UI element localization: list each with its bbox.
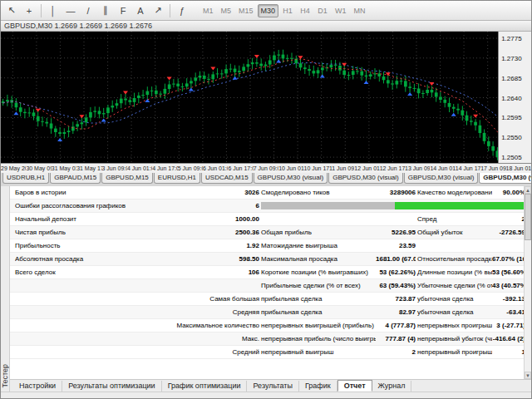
time-axis-label: 30 May 09:00 <box>26 164 51 173</box>
tester-panel-label: Тестер <box>1 364 9 388</box>
report-label <box>15 279 173 292</box>
report-label: непрерывных проигрышей (убыток) <box>416 319 492 332</box>
time-axis-label: 17 Jun 09:00 <box>480 164 505 173</box>
tester-tab[interactable]: Отчет <box>337 380 372 392</box>
scroll-up-icon[interactable]: ▲ <box>525 186 531 194</box>
price-scale-label: 1.2550 <box>501 134 521 141</box>
scrollbar-thumb[interactable] <box>525 194 531 240</box>
report-group-label: Макс. <box>15 332 259 345</box>
horizontal-line-icon[interactable]: — <box>62 3 79 18</box>
report-row: Ошибки рассогласования графиков6 <box>10 200 524 213</box>
timeframe-m15-button[interactable]: M15 <box>235 4 257 17</box>
chart-tab[interactable]: GBPUSD,M30 (visual) <box>328 173 403 184</box>
channel-icon[interactable]: ∥ <box>97 3 114 18</box>
report-value: 5226.95 <box>376 226 416 239</box>
report-value: 2 <box>492 213 524 225</box>
indicators-icon[interactable]: ƒ <box>174 3 190 18</box>
report-label: Убыточные сделки (% от всех) <box>416 279 492 292</box>
report-label: прибыльная сделка <box>259 293 376 305</box>
chart-tab[interactable]: EURUSD,H1 <box>154 173 200 184</box>
report-label: Спред <box>416 213 492 225</box>
report-row: Всего сделок106Короткие позиции (% выигр… <box>10 266 524 279</box>
report-label: Смоделировано тиков <box>259 186 376 199</box>
tester-tab[interactable]: Журнал <box>372 381 412 392</box>
report-value: 1.92 <box>173 239 259 252</box>
tester-main: Баров в истории3026Смоделировано тиков32… <box>10 186 531 392</box>
trendline-icon[interactable]: / <box>80 3 96 18</box>
vertical-line-icon[interactable]: │ <box>45 3 62 18</box>
text-icon[interactable]: A <box>132 3 149 18</box>
chart-tab[interactable]: GBPUSD,M15 <box>101 173 153 184</box>
report-row: Баров в истории3026Смоделировано тиков32… <box>10 186 524 200</box>
cursor-icon[interactable]: ↖ <box>3 3 20 18</box>
report-value: 723.87 <box>376 293 416 305</box>
time-axis-label: 14 Jun 17:00 <box>456 164 480 173</box>
time-axis-label: 10 Jun 17:00 <box>304 164 329 173</box>
report-row: Максимальное количествонепрерывных выигр… <box>10 319 524 332</box>
tester-tab[interactable]: Результаты оптимизации <box>62 381 161 392</box>
report-value: -63.41 <box>492 306 524 318</box>
timeframe-h1-button[interactable]: H1 <box>279 4 296 17</box>
timeframe-h4-button[interactable]: H4 <box>297 4 313 17</box>
quality-bar-gray-segment <box>261 202 395 209</box>
report-label: Максимальная просадка <box>259 253 376 265</box>
chart-tab[interactable]: GBPAUD,M15 <box>50 173 101 184</box>
report-value: 3289006 <box>376 186 416 199</box>
report-scrollbar[interactable]: ▲ ▼ <box>524 186 531 379</box>
report-label: Прибыльные сделки (% от всех) <box>259 279 376 292</box>
time-axis-label: 29 May 2019 <box>1 164 26 173</box>
chart-tab[interactable]: GBPUSD,M30 (visual) <box>404 173 479 184</box>
report-value: 6 <box>173 200 259 212</box>
arrows-icon[interactable]: ↗ <box>150 3 166 18</box>
report-label: непрерывная прибыль (число выигрышей) <box>259 332 376 345</box>
mt4-window: ↖+│—/∥FA↗ƒ M1M5M15M30H1H4D1W1MN GBPUSD,M… <box>0 0 532 399</box>
chart-tab[interactable]: GBPUSD,M30 (visual) <box>254 173 328 184</box>
report-label <box>416 239 492 252</box>
status-bar <box>1 392 531 398</box>
price-scale-label: 1.2595 <box>501 114 521 121</box>
report-label: прибыльная сделка <box>259 306 376 318</box>
timeframe-m30-button[interactable]: M30 <box>258 4 279 17</box>
chart-tab-bar: USDRUB,H1GBPAUD,M15GBPUSD,M15EURUSD,H1US… <box>1 173 531 186</box>
report-value <box>173 279 259 292</box>
tester-tab[interactable]: График оптимизации <box>162 381 248 392</box>
report-label: Общая прибыль <box>259 226 376 239</box>
chart-tab[interactable]: USDCAD,M15 <box>201 173 253 184</box>
chart-tab[interactable]: GBPUSD,M30 (visual) <box>479 173 531 184</box>
scrollbar-track[interactable] <box>525 194 531 372</box>
tester-panel-caption: Тестер <box>1 186 10 392</box>
tester-panel: Тестер Баров в истории3026Смоделировано … <box>1 186 531 392</box>
report-label: непрерывный выигрыш <box>259 346 376 358</box>
report-label: Абсолютная просадка <box>15 253 173 265</box>
fibonacci-icon[interactable]: F <box>115 3 131 18</box>
time-axis-label: 4 Jun 01:00 <box>127 164 152 173</box>
tester-tab[interactable]: График <box>299 381 337 392</box>
report-value: 82.97 <box>376 306 416 318</box>
chart-tab[interactable]: USDRUB,H1 <box>2 173 49 184</box>
time-axis-label: 4 Jun 17:00 <box>152 164 177 173</box>
candlestick-chart[interactable] <box>1 32 498 163</box>
report-label: непрерывный убыток (число проигрышей) <box>416 332 492 345</box>
toolbar: ↖+│—/∥FA↗ƒ M1M5M15M30H1H4D1W1MN <box>1 1 531 21</box>
timeframe-mn-button[interactable]: MN <box>351 4 369 17</box>
timeframe-m5-button[interactable]: M5 <box>218 4 235 17</box>
crosshair-icon[interactable]: + <box>21 3 37 18</box>
report-label: Качество моделирования <box>416 186 492 199</box>
report-row: Чистая прибыль2500.36Общая прибыль5226.9… <box>10 226 524 239</box>
timeframe-w1-button[interactable]: W1 <box>332 4 350 17</box>
toolbar-separator <box>170 4 170 17</box>
report-label <box>259 213 376 225</box>
timeframe-m1-button[interactable]: M1 <box>200 4 217 17</box>
report-row: Среднийнепрерывный выигрыш2непрерывный п… <box>10 346 524 359</box>
report-group-label: Средний <box>15 346 259 358</box>
report-value: 53 (62.26%) <box>376 266 416 278</box>
scroll-down-icon[interactable]: ▼ <box>525 372 531 379</box>
report-value: 4 (777.87) <box>376 319 416 332</box>
report-row: Начальный депозит1000.00Спред2 <box>10 213 524 226</box>
price-scale: 1.27751.27301.26851.26401.25951.25501.25… <box>498 32 531 163</box>
timeframe-d1-button[interactable]: D1 <box>314 4 331 17</box>
tester-tab[interactable]: Результаты <box>247 381 298 392</box>
tester-tab[interactable]: Настройки <box>13 381 62 392</box>
report-value: 53 (56.60%) <box>492 266 524 278</box>
time-axis: 29 May 201930 May 09:0031 May 01:0031 Ma… <box>1 163 531 173</box>
